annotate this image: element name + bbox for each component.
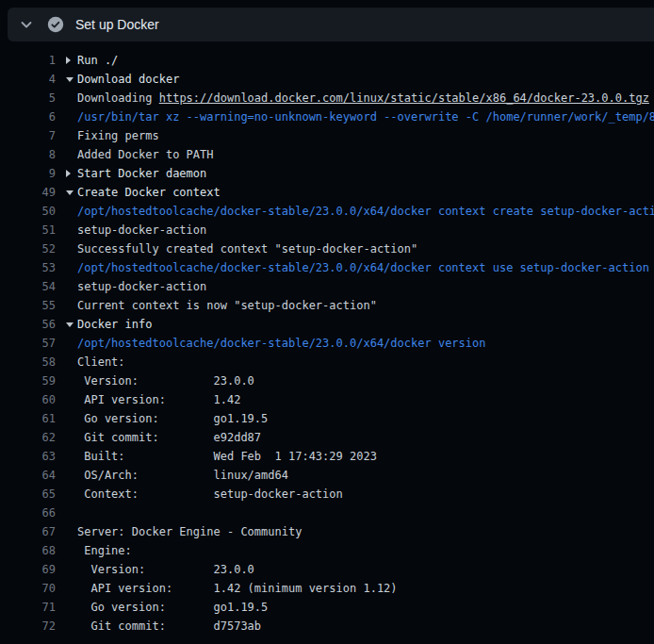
log-row: 52Successfully created context "setup-do… (0, 239, 654, 258)
log-text: Git commit: e92dd87 (77, 431, 261, 444)
line-number[interactable]: 58 (0, 355, 56, 369)
log-text: Version: 23.0.0 (77, 374, 254, 388)
triangle-expanded-icon[interactable] (66, 77, 74, 82)
log-row: 5Downloading https://download.docker.com… (0, 89, 654, 107)
log-row: 6/usr/bin/tar xz --warning=no-unknown-ke… (0, 107, 654, 126)
log-row: 55Current context is now "setup-docker-a… (0, 296, 654, 315)
step-title: Set up Docker (75, 17, 159, 32)
log-text: Client: (77, 355, 125, 369)
line-number[interactable]: 5 (0, 91, 56, 105)
log-row: 72 Git commit: d7573ab (0, 617, 654, 636)
log-text: Version: 23.0.0 (77, 563, 254, 576)
line-number[interactable]: 61 (0, 412, 56, 425)
line-number[interactable]: 70 (0, 582, 56, 595)
log-text: Git commit: d7573ab (77, 619, 261, 633)
line-number[interactable]: 53 (0, 261, 56, 274)
log-group-row[interactable]: 56Docker info (0, 315, 654, 334)
line-number[interactable]: 72 (0, 619, 56, 633)
arrow-slot (56, 170, 77, 177)
log-text: Current context is now "setup-docker-act… (77, 299, 377, 312)
line-number[interactable]: 9 (0, 167, 56, 180)
log-text: Fixing perms (77, 129, 159, 142)
log-row: 53/opt/hostedtoolcache/docker-stable/23.… (0, 258, 654, 277)
line-number[interactable]: 51 (0, 223, 56, 237)
log-text: /usr/bin/tar xz --warning=no-unknown-key… (77, 110, 654, 124)
log-row: 61 Go version: go1.19.5 (0, 409, 654, 428)
triangle-expanded-icon[interactable] (66, 322, 74, 327)
line-number[interactable]: 52 (0, 242, 56, 256)
log-row: 57/opt/hostedtoolcache/docker-stable/23.… (0, 334, 654, 353)
arrow-slot (56, 190, 77, 195)
line-number[interactable]: 63 (0, 450, 56, 463)
log-row: 54setup-docker-action (0, 277, 654, 296)
line-number[interactable]: 54 (0, 280, 56, 293)
log-group-row[interactable]: 9Start Docker daemon (0, 164, 654, 183)
log-viewer: 1Run ./4Download docker5Downloading http… (0, 45, 654, 644)
log-text: Go version: go1.19.5 (77, 601, 268, 614)
line-number[interactable]: 64 (0, 469, 56, 482)
log-row: 7Fixing perms (0, 126, 654, 145)
triangle-expanded-icon[interactable] (66, 190, 74, 195)
log-row: 64 OS/Arch: linux/amd64 (0, 466, 654, 485)
log-group-row[interactable]: 4Download docker (0, 70, 654, 89)
line-number[interactable]: 62 (0, 431, 56, 444)
log-group-row[interactable]: 1Run ./ (0, 51, 654, 70)
line-number[interactable]: 66 (0, 506, 56, 520)
log-text: Successfully created context "setup-dock… (77, 242, 417, 256)
line-number[interactable]: 1 (0, 54, 56, 67)
log-row: 50/opt/hostedtoolcache/docker-stable/23.… (0, 202, 654, 221)
log-group-row[interactable]: 49Create Docker context (0, 183, 654, 202)
line-number[interactable]: 8 (0, 148, 56, 161)
log-row: 66 (0, 504, 654, 522)
log-text: setup-docker-action (77, 280, 206, 293)
line-number[interactable]: 71 (0, 601, 56, 614)
line-number[interactable]: 60 (0, 393, 56, 406)
log-row: 67Server: Docker Engine - Community (0, 522, 654, 541)
triangle-collapsed-icon[interactable] (66, 170, 71, 177)
log-text: Server: Docker Engine - Community (77, 525, 302, 538)
log-text: API version: 1.42 (minimum version 1.12) (77, 582, 398, 595)
log-row: 68 Engine: (0, 541, 654, 560)
group-title: Run ./ (77, 54, 118, 67)
line-number[interactable]: 7 (0, 129, 56, 142)
line-number[interactable]: 4 (0, 73, 56, 86)
line-number[interactable]: 55 (0, 299, 56, 312)
check-circle-icon (47, 16, 64, 33)
log-text: OS/Arch: linux/amd64 (77, 469, 288, 482)
log-text: Engine: (77, 544, 132, 557)
group-title: Download docker (77, 73, 179, 86)
line-number[interactable]: 59 (0, 374, 56, 388)
log-text: Context: setup-docker-action (77, 487, 343, 501)
arrow-slot (56, 77, 77, 82)
group-title: Docker info (77, 318, 152, 331)
chevron-down-icon[interactable] (19, 17, 34, 32)
log-text: setup-docker-action (77, 223, 206, 237)
line-number[interactable]: 67 (0, 525, 56, 538)
log-text: Built: Wed Feb 1 17:43:29 2023 (77, 450, 377, 463)
log-text: /opt/hostedtoolcache/docker-stable/23.0.… (77, 205, 654, 218)
line-number[interactable]: 69 (0, 563, 56, 576)
log-row: 59 Version: 23.0.0 (0, 372, 654, 390)
line-number[interactable]: 6 (0, 110, 56, 124)
arrow-slot (56, 322, 77, 327)
log-text: Added Docker to PATH (77, 148, 214, 161)
log-text: Downloading https://download.docker.com/… (77, 91, 649, 105)
line-number[interactable]: 57 (0, 337, 56, 350)
step-header[interactable]: Set up Docker (8, 8, 654, 41)
line-number[interactable]: 50 (0, 205, 56, 218)
line-number[interactable]: 49 (0, 186, 56, 199)
log-row: 71 Go version: go1.19.5 (0, 598, 654, 617)
log-row: 51setup-docker-action (0, 221, 654, 239)
line-number[interactable]: 56 (0, 318, 56, 331)
log-row: 63 Built: Wed Feb 1 17:43:29 2023 (0, 447, 654, 466)
log-link[interactable]: https://download.docker.com/linux/static… (159, 91, 649, 105)
group-title: Create Docker context (77, 186, 221, 199)
log-row: 62 Git commit: e92dd87 (0, 428, 654, 447)
log-text: /opt/hostedtoolcache/docker-stable/23.0.… (77, 261, 649, 274)
log-text: Downloading (77, 91, 159, 105)
log-row: 60 API version: 1.42 (0, 390, 654, 409)
line-number[interactable]: 65 (0, 487, 56, 501)
triangle-collapsed-icon[interactable] (66, 57, 71, 64)
line-number[interactable]: 68 (0, 544, 56, 557)
log-row: 65 Context: setup-docker-action (0, 485, 654, 504)
